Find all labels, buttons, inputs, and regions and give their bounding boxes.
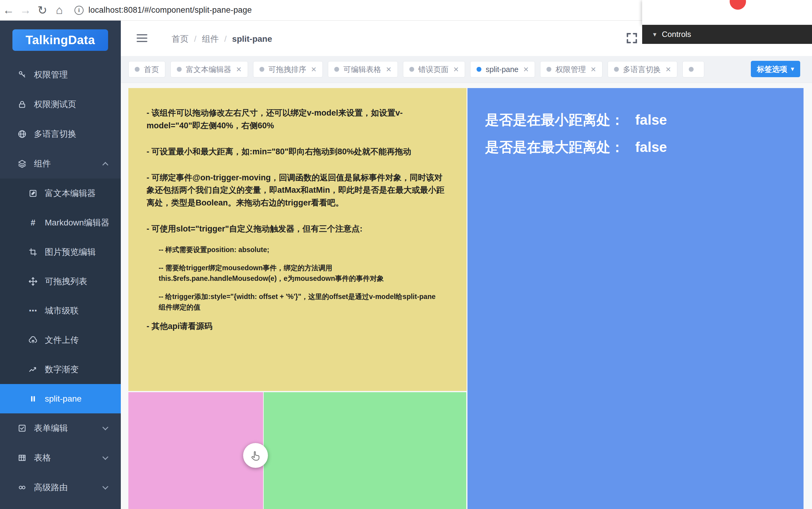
refresh-icon[interactable]: ↻: [34, 4, 51, 17]
logo-text: TalkingData: [26, 33, 95, 47]
close-icon[interactable]: ×: [523, 65, 529, 74]
sidebar-item-label: split-pane: [45, 394, 82, 404]
split-pane-icon: [29, 394, 37, 403]
breadcrumb-separator: /: [224, 34, 227, 44]
min-distance-label: 是否是在最小距离处：: [485, 111, 624, 130]
split-pane-right: 是否是在最小距离处： false 是否是在最大距离处： false: [467, 88, 804, 509]
site-info-icon[interactable]: i: [74, 6, 84, 15]
breadcrumb-home[interactable]: 首页: [172, 33, 189, 45]
sidebar-item-advanced-router[interactable]: 高级路由: [0, 473, 121, 502]
tab-drag-sort[interactable]: 可拖拽排序 ×: [253, 61, 323, 77]
sidebar-item-count-to[interactable]: 数字渐变: [0, 355, 121, 384]
sidebar-item-label: Markdown编辑器: [45, 217, 109, 229]
close-icon[interactable]: ×: [591, 65, 596, 74]
move-icon: [29, 277, 37, 286]
sidebar-item-markdown-editor[interactable]: # Markdown编辑器: [0, 208, 121, 237]
tab-dot-icon: [334, 67, 339, 72]
min-distance-value: false: [635, 112, 667, 128]
tab-label: 首页: [144, 64, 159, 74]
tab-home[interactable]: 首页: [128, 61, 165, 77]
sidebar-item-label: 表格: [34, 452, 51, 464]
forward-icon[interactable]: →: [17, 4, 34, 16]
tab-label: 权限管理: [556, 64, 586, 74]
route-icon: [18, 483, 27, 492]
breadcrumb: 首页 / 组件 / split-pane: [172, 33, 272, 45]
url-bar[interactable]: localhost:8081/#/component/split-pane-pa…: [88, 5, 252, 15]
chevron-down-icon: [102, 424, 108, 430]
record-dot-icon[interactable]: [729, 0, 746, 10]
sidebar-item-label: 图片预览编辑: [45, 246, 96, 258]
sidebar-item-table[interactable]: 表格: [0, 443, 121, 473]
controls-bar[interactable]: ▾ Controls: [642, 25, 812, 44]
sidebar-item-draggable-list[interactable]: 可拖拽列表: [0, 267, 121, 296]
sidebar-item-label: 多语言切换: [34, 128, 76, 140]
nested-pane-left: [128, 392, 263, 509]
sidebar-item-label: 组件: [34, 158, 51, 169]
sidebar: TalkingData 权限管理 权限测试页 多语言切换 组件: [0, 21, 121, 509]
overlay-panel: [642, 0, 812, 25]
sidebar-item-permission-test[interactable]: 权限测试页: [0, 90, 121, 119]
demo-sub-point: -- 需要给trigger绑定mousedown事件，绑定的方法调用 this.…: [159, 263, 440, 283]
hamburger-menu-icon[interactable]: [136, 32, 148, 44]
sidebar-item-permission-admin[interactable]: 权限管理: [0, 60, 121, 90]
logo[interactable]: TalkingData: [12, 29, 108, 51]
tab-error-page[interactable]: 错误页面 ×: [403, 61, 465, 77]
tab-label: split-pane: [486, 65, 518, 74]
breadcrumb-components[interactable]: 组件: [202, 33, 219, 45]
back-icon[interactable]: ←: [0, 4, 17, 16]
home-icon[interactable]: ⌂: [51, 4, 68, 16]
close-icon[interactable]: ×: [666, 65, 671, 74]
tab-dot-icon: [177, 67, 182, 72]
max-distance-label: 是否是在最大距离处：: [485, 138, 624, 157]
rich-text-editor-icon: [29, 189, 37, 198]
sidebar-item-rich-text-editor[interactable]: 富文本编辑器: [0, 178, 121, 208]
tab-editable-table[interactable]: 可编辑表格 ×: [328, 61, 398, 77]
tab-rich-text-editor[interactable]: 富文本编辑器 ×: [170, 61, 248, 77]
sidebar-item-file-upload[interactable]: 文件上传: [0, 325, 121, 355]
tab-dot-icon: [477, 67, 481, 72]
caret-down-icon: ▾: [653, 31, 656, 38]
tab-i18n[interactable]: 多语言切换 ×: [608, 61, 678, 77]
trend-icon: [29, 365, 37, 374]
close-icon[interactable]: ×: [386, 65, 391, 74]
caret-down-icon: ▾: [791, 65, 794, 73]
sidebar-item-label: 文件上传: [45, 334, 79, 346]
split-pane-left: - 该组件可以拖动修改左右尺寸，还可以绑定v-model来设置，如设置v-mod…: [128, 88, 466, 391]
sidebar-item-components[interactable]: 组件: [0, 149, 121, 178]
tab-label: 可拖拽排序: [268, 64, 306, 74]
breadcrumb-separator: /: [194, 34, 196, 44]
fullscreen-icon[interactable]: [625, 31, 639, 45]
sidebar-item-image-preview-edit[interactable]: 图片预览编辑: [0, 237, 121, 267]
tag-options-button[interactable]: 标签选项 ▾: [751, 61, 800, 77]
split-pane-trigger[interactable]: [243, 443, 268, 468]
sidebar-item-i18n[interactable]: 多语言切换: [0, 119, 121, 149]
demo-paragraph: - 该组件可以拖动修改左右尺寸，还可以绑定v-model来设置，如设置v-mod…: [147, 107, 449, 132]
close-icon[interactable]: ×: [236, 65, 241, 74]
tab-permission-admin[interactable]: 权限管理 ×: [540, 61, 603, 77]
layers-icon: [18, 159, 27, 168]
chevron-up-icon: [102, 162, 108, 168]
sidebar-item-form-edit[interactable]: 表单编辑: [0, 413, 121, 443]
sidebar-item-label: 城市级联: [45, 305, 79, 316]
nested-pane-right: [264, 392, 466, 509]
close-icon[interactable]: ×: [311, 65, 317, 74]
sidebar-item-city-cascade[interactable]: ⋯ 城市级联: [0, 296, 121, 325]
sidebar-item-split-pane[interactable]: split-pane: [0, 384, 121, 413]
tab-dot-icon: [259, 67, 264, 72]
close-icon[interactable]: ×: [454, 65, 459, 74]
components-submenu: 富文本编辑器 # Markdown编辑器 图片预览编辑 可拖拽列表 ⋯ 城市: [0, 178, 121, 413]
hash-icon: #: [29, 218, 37, 227]
tab-dot-icon: [689, 67, 694, 72]
tab-label: 可编辑表格: [343, 64, 381, 74]
chevron-down-icon: [102, 483, 108, 489]
demo-sub-point: -- 给trigger添加:style="{width: offset + '%…: [159, 292, 440, 312]
lock-icon: [18, 100, 27, 109]
tab-partial[interactable]: [682, 61, 704, 77]
breadcrumb-current: split-pane: [232, 34, 272, 44]
tab-split-pane[interactable]: split-pane ×: [470, 61, 535, 77]
max-distance-value: false: [635, 139, 667, 155]
sidebar-item-label: 权限管理: [34, 69, 68, 80]
tab-dot-icon: [409, 67, 414, 72]
controls-label: Controls: [662, 30, 691, 39]
globe-icon: [18, 130, 27, 139]
